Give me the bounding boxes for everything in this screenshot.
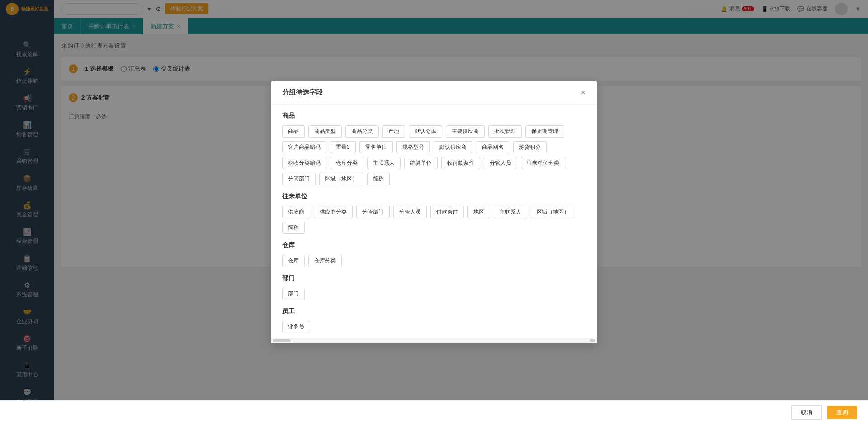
- field-tag-0-19[interactable]: 收付款条件: [441, 157, 480, 169]
- field-grid-1: 供应商供应商分类分管部门分管人员付款条件地区主联系人区域（地区）简称: [282, 206, 586, 234]
- modal: 分组待选字段 ✕ 商品商品商品类型商品分类产地默认仓库主要供应商批次管理保质期管…: [271, 81, 597, 343]
- field-tag-1-3[interactable]: 分管人员: [393, 206, 427, 218]
- field-tag-0-11[interactable]: 规格型号: [396, 141, 430, 153]
- section-title-3: 部门: [282, 274, 586, 282]
- field-tag-0-7[interactable]: 保质期管理: [525, 125, 564, 138]
- field-tag-0-18[interactable]: 结算单位: [404, 157, 438, 169]
- field-tag-0-2[interactable]: 商品分类: [345, 125, 379, 138]
- field-tag-0-24[interactable]: 简称: [367, 173, 390, 185]
- modal-scrollbar: [271, 338, 597, 343]
- modal-body[interactable]: 商品商品商品类型商品分类产地默认仓库主要供应商批次管理保质期管理客户商品编码重量…: [271, 105, 597, 338]
- field-tag-0-5[interactable]: 主要供应商: [446, 125, 485, 138]
- bottom-bar: 取消 查询: [0, 400, 868, 424]
- field-tag-0-20[interactable]: 分管人员: [484, 157, 517, 169]
- field-grid-0: 商品商品类型商品分类产地默认仓库主要供应商批次管理保质期管理客户商品编码重量3零…: [282, 125, 586, 185]
- field-tag-0-3[interactable]: 产地: [382, 125, 405, 138]
- modal-overlay: 分组待选字段 ✕ 商品商品商品类型商品分类产地默认仓库主要供应商批次管理保质期管…: [0, 0, 868, 424]
- field-tag-1-5[interactable]: 地区: [467, 206, 490, 218]
- field-tag-0-16[interactable]: 仓库分类: [330, 157, 363, 169]
- field-tag-0-14[interactable]: 炼货积分: [513, 141, 547, 153]
- field-grid-4: 业务员: [282, 321, 586, 333]
- confirm-button[interactable]: 查询: [827, 406, 857, 419]
- field-grid-3: 部门: [282, 288, 586, 300]
- field-tag-0-13[interactable]: 商品别名: [476, 141, 509, 153]
- field-tag-0-0[interactable]: 商品: [282, 125, 305, 138]
- modal-title: 分组待选字段: [282, 88, 323, 97]
- modal-close-btn[interactable]: ✕: [580, 88, 586, 97]
- field-tag-2-0[interactable]: 仓库: [282, 255, 305, 267]
- section-title-2: 仓库: [282, 241, 586, 249]
- field-tag-0-6[interactable]: 批次管理: [488, 125, 522, 138]
- field-grid-2: 仓库仓库分类: [282, 255, 586, 267]
- field-tag-3-0[interactable]: 部门: [282, 288, 305, 300]
- field-tag-0-22[interactable]: 分管部门: [282, 173, 316, 185]
- field-tag-0-8[interactable]: 客户商品编码: [282, 141, 326, 153]
- field-tag-0-15[interactable]: 税收分类编码: [282, 157, 326, 169]
- modal-header: 分组待选字段 ✕: [271, 81, 597, 105]
- field-tag-0-12[interactable]: 默认供应商: [434, 141, 472, 153]
- field-tag-1-4[interactable]: 付款条件: [430, 206, 464, 218]
- section-title-1: 往来单位: [282, 192, 586, 200]
- field-tag-4-0[interactable]: 业务员: [282, 321, 310, 333]
- field-tag-0-23[interactable]: 区域（地区）: [319, 173, 363, 185]
- field-tag-1-2[interactable]: 分管部门: [356, 206, 390, 218]
- cancel-button[interactable]: 取消: [791, 405, 822, 420]
- field-tag-0-21[interactable]: 往来单位分类: [521, 157, 565, 169]
- section-title-0: 商品: [282, 112, 586, 120]
- field-tag-1-7[interactable]: 区域（地区）: [531, 206, 575, 218]
- field-tag-1-6[interactable]: 主联系人: [494, 206, 527, 218]
- field-tag-1-0[interactable]: 供应商: [282, 206, 310, 218]
- field-tag-0-9[interactable]: 重量3: [330, 141, 356, 153]
- field-tag-1-8[interactable]: 简称: [282, 222, 305, 234]
- section-title-4: 员工: [282, 307, 586, 315]
- field-tag-0-17[interactable]: 主联系人: [367, 157, 401, 169]
- field-tag-0-10[interactable]: 零售单位: [359, 141, 393, 153]
- field-tag-1-1[interactable]: 供应商分类: [314, 206, 353, 218]
- field-tag-0-1[interactable]: 商品类型: [308, 125, 342, 138]
- field-tag-2-1[interactable]: 仓库分类: [308, 255, 342, 267]
- field-tag-0-4[interactable]: 默认仓库: [409, 125, 442, 138]
